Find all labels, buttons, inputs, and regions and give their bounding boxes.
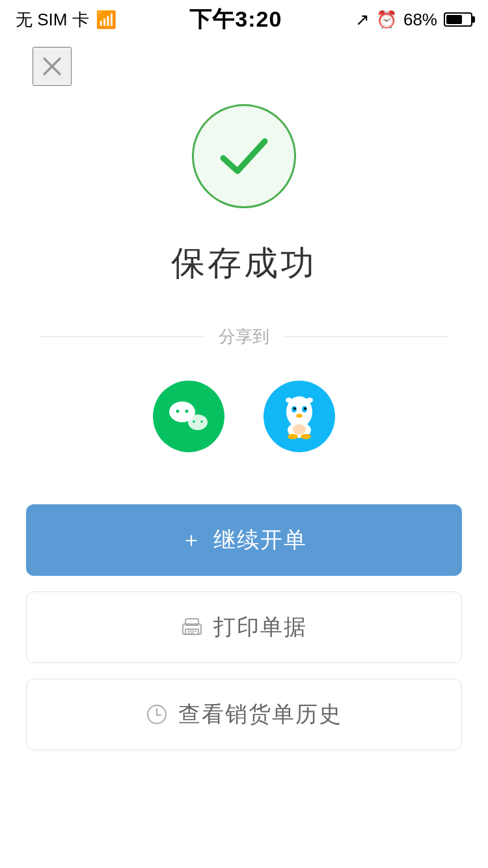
close-button[interactable] (33, 47, 72, 86)
print-button[interactable]: 打印单据 (26, 591, 462, 663)
share-label: 分享到 (203, 325, 285, 348)
history-icon (146, 703, 168, 726)
svg-point-18 (288, 434, 298, 439)
action-buttons: ＋ 继续开单 打印单据 (0, 504, 488, 750)
svg-point-5 (185, 410, 189, 413)
qq-share-button[interactable] (264, 381, 335, 452)
share-divider: 分享到 (0, 325, 488, 348)
divider-line-left (39, 336, 203, 337)
success-circle (192, 104, 296, 208)
svg-point-3 (188, 414, 208, 430)
share-icons (153, 381, 335, 452)
svg-point-11 (293, 407, 296, 410)
success-title: 保存成功 (171, 241, 317, 286)
wifi-icon: 📶 (96, 10, 116, 30)
svg-point-17 (293, 424, 306, 435)
print-label: 打印单据 (213, 612, 307, 642)
checkmark-icon (218, 133, 270, 179)
continue-label: 继续开单 (213, 525, 307, 555)
svg-point-12 (304, 407, 306, 410)
battery-percentage: 68% (403, 10, 437, 30)
status-left: 无 SIM 卡 📶 (16, 8, 116, 31)
history-label: 查看销货单历史 (178, 699, 342, 729)
svg-point-6 (193, 420, 195, 423)
svg-rect-22 (185, 629, 198, 634)
status-bar: 无 SIM 卡 📶 下午3:20 ↗ ⏰ 68% (0, 0, 488, 39)
status-right: ↗ ⏰ 68% (355, 10, 472, 30)
history-button[interactable]: 查看销货单历史 (26, 679, 462, 750)
printer-icon (181, 617, 203, 637)
divider-line-right (285, 336, 449, 337)
location-icon: ↗ (355, 10, 370, 30)
carrier-text: 无 SIM 卡 (16, 8, 89, 31)
wechat-icon (168, 399, 210, 434)
battery-icon (444, 12, 472, 27)
continue-button[interactable]: ＋ 继续开单 (26, 504, 462, 576)
svg-point-4 (176, 410, 180, 413)
svg-point-13 (296, 414, 303, 418)
svg-point-15 (306, 398, 313, 403)
alarm-icon: ⏰ (376, 10, 397, 30)
close-icon (40, 55, 64, 78)
wechat-share-button[interactable] (153, 381, 224, 452)
status-time: 下午3:20 (189, 5, 282, 34)
svg-point-14 (286, 398, 292, 403)
svg-point-7 (200, 420, 203, 423)
svg-point-19 (301, 434, 311, 439)
qq-icon (280, 394, 319, 439)
plus-icon: ＋ (181, 526, 203, 554)
main-content: 保存成功 分享到 (0, 39, 488, 750)
